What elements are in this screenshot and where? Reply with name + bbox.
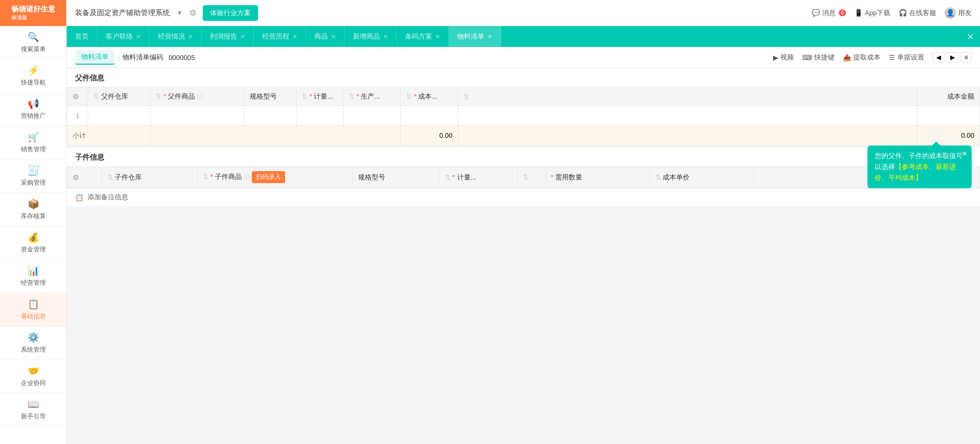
nav-tab-close-operations-status[interactable]: ✕	[188, 33, 193, 40]
nav-tab-operations-status[interactable]: 经营情况✕	[150, 26, 202, 47]
parent-settings-icon[interactable]: ⚙	[72, 92, 79, 101]
child-section-title: 子件信息	[67, 148, 980, 166]
logo-line2: 标准版	[11, 14, 55, 21]
finance-icon: 💰	[28, 232, 39, 243]
child-required-mark2: *	[452, 173, 457, 181]
nav-tab-label-profit-report: 利润报告	[210, 32, 237, 41]
parent-col-mfg: ⇅ * 生产...	[344, 88, 401, 106]
nav-tab-bom[interactable]: 物料清单✕	[449, 26, 501, 47]
settings-icon[interactable]: ⚙	[189, 8, 197, 18]
guide-icon: 📖	[28, 399, 39, 410]
child-col-goods: ⇅ * 子件商品 ⓘ 扫码录入	[197, 167, 352, 188]
breadcrumb-separator: |	[118, 54, 119, 62]
parent-row-1-goods[interactable]	[151, 106, 244, 126]
experience-btn[interactable]: 体验行业方案	[203, 5, 258, 21]
sidebar-item-sales[interactable]: 🛒销售管理	[0, 126, 66, 160]
nav-tab-profit-report[interactable]: 利润报告✕	[202, 26, 254, 47]
child-sort-icon2: ⇅	[203, 173, 209, 181]
single-settings-action[interactable]: ☰ 单据设置	[889, 53, 924, 62]
nav-tab-barcode[interactable]: 条码方案✕	[397, 26, 449, 47]
parent-spec-label: 规格型号	[250, 92, 277, 100]
user-action[interactable]: 👤 用友	[945, 7, 972, 19]
parent-row-1-unit[interactable]	[297, 106, 344, 126]
parent-row-1-mfg[interactable]	[344, 106, 401, 126]
sidebar-item-cooperation[interactable]: 🤝企业协同	[0, 360, 66, 393]
required-mark3: *	[357, 92, 361, 100]
child-settings-icon[interactable]: ⚙	[72, 173, 79, 182]
single-settings-icon: ☰	[889, 54, 895, 62]
close-all-tabs[interactable]: ✕	[961, 32, 980, 42]
bottom-text[interactable]: 添加备注信息	[88, 193, 128, 202]
sidebar-item-inventory[interactable]: 📦库存核算	[0, 193, 66, 226]
hotkey-label: 快捷键	[814, 53, 835, 62]
parent-col-spec: 规格型号	[244, 88, 297, 106]
sidebar-item-finance[interactable]: 💰资金管理	[0, 226, 66, 260]
required-mark4: *	[414, 92, 419, 100]
hotkey-action[interactable]: ⌨ 快捷键	[802, 53, 835, 62]
parent-col-costamt: 成本金额	[917, 88, 980, 106]
cost-tooltip: ✕ 您的父件、子件的成本取值可以选择【参考成本、最新进价、平均成本】	[867, 146, 972, 188]
online-service-action[interactable]: 🎧 在线客服	[899, 8, 936, 18]
child-col-unit: ⇅ * 计量...	[439, 167, 518, 188]
nav-tab-close-barcode[interactable]: ✕	[435, 33, 440, 40]
nav-tab-close-new-goods[interactable]: ✕	[383, 33, 388, 40]
nav-tab-label-customer: 客户联络	[106, 32, 133, 41]
sort-icon2: ⇅	[156, 92, 162, 100]
menu-btn[interactable]: ≡	[961, 52, 972, 63]
sidebar-item-search[interactable]: 🔍搜索菜单	[0, 26, 66, 59]
nav-tab-close-customer[interactable]: ✕	[136, 33, 141, 40]
nav-tab-customer[interactable]: 客户联络✕	[97, 26, 150, 47]
purchase-icon: 🧾	[28, 165, 39, 176]
nav-tab-ops-history[interactable]: 经营历程✕	[254, 26, 306, 47]
nav-tab-close-profit-report[interactable]: ✕	[240, 33, 245, 40]
nav-tab-close-ops-history[interactable]: ✕	[292, 33, 297, 40]
app-download-label: App下载	[865, 8, 890, 18]
nav-tabs: 首页客户联络✕经营情况✕利润报告✕经营历程✕商品✕新增商品✕条码方案✕物料清单✕…	[67, 26, 980, 47]
bottom-bar: 📋 添加备注信息	[67, 188, 980, 206]
parent-col-settings: ⚙	[67, 88, 88, 106]
message-action[interactable]: 💬 消息 6	[812, 8, 846, 18]
parent-costamt-label: 成本金额	[947, 92, 974, 100]
tooltip-close-btn[interactable]: ✕	[962, 149, 967, 160]
content-area: ✕ 您的父件、子件的成本取值可以选择【参考成本、最新进价、平均成本】 父件信息 …	[67, 68, 980, 444]
sidebar-item-basic-info[interactable]: 📋基础信息	[0, 293, 66, 327]
main-area: 装备及固定资产辅助管理系统 ▼ ⚙ 体验行业方案 💬 消息 6 📱 App下载 …	[67, 0, 980, 444]
parent-warehouse-label: 父件仓库	[101, 92, 128, 100]
parent-row-1-warehouse[interactable]	[88, 106, 151, 126]
nav-tab-close-goods[interactable]: ✕	[331, 33, 336, 40]
sidebar-item-guide[interactable]: 📖新手引导	[0, 393, 66, 427]
nav-tab-label-goods: 商品	[314, 32, 328, 41]
sub-header-left: 物料清单 | 物料清单编码 0000005	[75, 50, 195, 65]
parent-row-1-spec[interactable]	[244, 106, 297, 126]
video-icon: ▶	[773, 54, 778, 62]
view-label: 视频	[780, 53, 794, 62]
sidebar-item-purchase[interactable]: 🧾采购管理	[0, 160, 66, 193]
sidebar-item-quick-nav[interactable]: ⚡快捷导航	[0, 59, 66, 93]
app-download-action[interactable]: 📱 App下载	[854, 8, 890, 18]
nav-tab-label-ops-history: 经营历程	[262, 32, 289, 41]
sidebar-item-system[interactable]: ⚙️系统管理	[0, 327, 66, 360]
dropdown-arrow-icon[interactable]: ▼	[176, 9, 183, 17]
child-sort-icon4: ⇅	[655, 173, 661, 181]
scan-btn[interactable]: 扫码录入	[252, 171, 285, 183]
view-action[interactable]: ▶ 视频	[773, 53, 794, 62]
user-label: 用友	[958, 8, 972, 18]
nav-tab-new-goods[interactable]: 新增商品✕	[345, 26, 397, 47]
child-help-icon: ⓘ	[244, 174, 250, 180]
extract-cost-action[interactable]: 📤 提取成本	[843, 53, 880, 62]
sub-tab-bom[interactable]: 物料清单	[75, 50, 115, 65]
prev-btn[interactable]: ◀	[933, 52, 945, 63]
parent-cost-label: 成本...	[418, 92, 437, 100]
nav-tab-close-bom[interactable]: ✕	[487, 33, 492, 40]
parent-row-1-cost[interactable]	[401, 106, 458, 126]
child-col-warehouse: ⇅ 子件仓库	[102, 167, 197, 188]
sort-icon: ⇅	[93, 92, 99, 100]
next-btn[interactable]: ▶	[947, 52, 959, 63]
nav-tab-home[interactable]: 首页	[67, 26, 97, 47]
sidebar-item-operations[interactable]: 📊经营管理	[0, 260, 66, 293]
sidebar-item-marketing[interactable]: 📢营销推广	[0, 93, 66, 126]
nav-tab-goods[interactable]: 商品✕	[306, 26, 345, 47]
parent-table-header: ⚙ ⇅ 父件仓库 ⇅ * 父件商品 ⓘ	[67, 88, 980, 106]
parent-row-1: 1	[67, 106, 980, 126]
child-unit-label: 计量...	[457, 173, 476, 181]
